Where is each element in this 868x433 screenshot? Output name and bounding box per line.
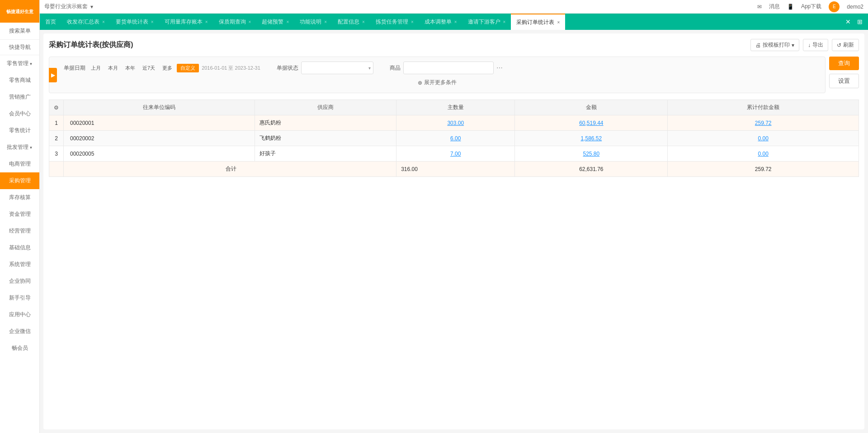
print-button[interactable]: 🖨 按模板打印 ▾ — [750, 39, 799, 51]
tab-invite-downstream[interactable]: 邀请下游客户× — [462, 14, 511, 30]
data-table: ⚙ 往来单位编码 供应商 主数量 金额 累计付款金额 100020001惠氏奶粉… — [49, 100, 859, 177]
tab-home[interactable]: 首页 — [40, 14, 61, 30]
custom-date-tag[interactable]: 自定义 — [177, 64, 199, 72]
status-select-wrapper — [301, 62, 373, 74]
shortcut-7days[interactable]: 近7天 — [140, 64, 158, 72]
sidebar-item-finance[interactable]: 资金管理 — [0, 206, 39, 223]
tab-close-config-info[interactable]: × — [362, 19, 365, 24]
tab-close-pick-task[interactable]: × — [411, 19, 414, 24]
footer-paid: 259.72 — [668, 162, 859, 177]
sidebar-item-ecom[interactable]: 电商管理 — [0, 156, 39, 172]
tab-close-func-desc[interactable]: × — [324, 19, 327, 24]
cell-qty-0[interactable]: 303.00 — [396, 115, 515, 131]
tab-close-invite-downstream[interactable]: × — [503, 19, 506, 24]
cell-supplier-0: 惠氏奶粉 — [255, 115, 396, 131]
cell-paid-1[interactable]: 0.00 — [668, 131, 859, 146]
table-row: 300020005好孩子7.00525.800.00 — [49, 146, 859, 162]
tab-close-warranty[interactable]: × — [249, 19, 251, 24]
app-download-label[interactable]: App下载 — [801, 3, 821, 10]
sidebar-item-member[interactable]: 会员中心 — [0, 105, 39, 122]
cell-qty-1[interactable]: 6.00 — [396, 131, 515, 146]
tabbar-close-all[interactable]: ✕ — [844, 18, 853, 25]
workspace-dropdown-icon[interactable]: ▾ — [90, 4, 93, 10]
tab-cost-adjust[interactable]: 成本调整单× — [419, 14, 462, 30]
expand-button[interactable]: ⊕ 展开更多条件 — [414, 77, 460, 88]
tab-close-cost-adjust[interactable]: × — [454, 19, 457, 24]
tabbar-expand[interactable]: ⊞ — [855, 18, 864, 25]
user-avatar[interactable]: E — [829, 1, 840, 12]
sidebar-item-appstore[interactable]: 应用中心 — [0, 306, 39, 323]
date-filter-group: 单据日期 上月 本月 本年 近7天 更多 自定义 — [64, 64, 260, 72]
cell-amount-1[interactable]: 1,586.52 — [515, 131, 668, 146]
shortcut-more[interactable]: 更多 — [160, 64, 175, 72]
tab-order-stat[interactable]: 要货单统计表× — [110, 14, 159, 30]
status-select[interactable] — [301, 62, 373, 74]
col-settings[interactable]: ⚙ — [49, 100, 64, 115]
status-filter-label: 单据状态 — [277, 64, 298, 72]
sidebar-item-retail-stat[interactable]: 零售统计 — [0, 122, 39, 139]
cell-qty-2[interactable]: 7.00 — [396, 146, 515, 162]
table-container: ⚙ 往来单位编码 供应商 主数量 金额 累计付款金额 100020001惠氏奶粉… — [49, 100, 859, 177]
cell-paid-2[interactable]: 0.00 — [668, 146, 859, 162]
goods-input[interactable] — [403, 62, 494, 74]
tab-overstock[interactable]: 超储预警× — [256, 14, 294, 30]
sidebar-quick-nav[interactable]: 快捷导航 — [0, 40, 39, 55]
tab-close-avail-stock[interactable]: × — [205, 19, 208, 24]
tab-avail-stock[interactable]: 可用量库存账本× — [159, 14, 213, 30]
tab-close-order-stat[interactable]: × — [151, 19, 154, 24]
tab-config-info[interactable]: 配置信息× — [332, 14, 370, 30]
tab-label-invite-downstream: 邀请下游客户 — [468, 18, 500, 26]
filter-area: ▶ 单据日期 上月 本月 本年 近7天 更多 自定义 — [49, 57, 826, 93]
shortcut-this-year[interactable]: 本年 — [123, 64, 138, 72]
sidebar-item-inventory[interactable]: 库存核算 — [0, 189, 39, 206]
col-code: 往来单位编码 — [64, 100, 255, 115]
status-filter-group: 单据状态 — [277, 62, 373, 74]
query-button[interactable]: 查询 — [829, 57, 859, 70]
sidebar-item-purchase[interactable]: 采购管理 — [0, 172, 39, 189]
tab-close-collect-dispatch[interactable]: × — [102, 19, 105, 24]
shortcut-this-month[interactable]: 本月 — [105, 64, 121, 72]
setting-button[interactable]: 设置 — [829, 74, 859, 88]
goods-more-icon[interactable]: ⋯ — [496, 64, 503, 71]
message-icon[interactable]: ✉ — [757, 4, 762, 10]
tab-close-overstock[interactable]: × — [286, 19, 289, 24]
cell-code-1: 00020002 — [64, 131, 255, 146]
cell-amount-2[interactable]: 525.80 — [515, 146, 668, 162]
sidebar-item-guide[interactable]: 新手引导 — [0, 290, 39, 306]
sidebar-item-ops[interactable]: 经营管理 — [0, 223, 39, 239]
tab-close-purchase-stat[interactable]: × — [557, 20, 560, 25]
export-button[interactable]: ↓ 导出 — [803, 39, 828, 51]
sidebar-item-retail-shop[interactable]: 零售商城 — [0, 72, 39, 89]
tab-warranty[interactable]: 保质期查询× — [213, 14, 257, 30]
tab-func-desc[interactable]: 功能说明× — [294, 14, 332, 30]
tab-purchase-stat[interactable]: 采购订单统计表× — [511, 14, 565, 30]
app-download-icon[interactable]: 📱 — [787, 4, 794, 10]
shortcut-last-month[interactable]: 上月 — [88, 64, 104, 72]
sidebar-item-wholesale[interactable]: 批发管理 — [0, 139, 39, 156]
tab-label-collect-dispatch: 收发存汇总表 — [67, 18, 99, 26]
tab-label-avail-stock: 可用量库存账本 — [165, 18, 203, 26]
workspace-label: 母婴行业演示账套 — [44, 3, 88, 10]
sidebar-item-vip[interactable]: 畅会员 — [0, 340, 39, 357]
sidebar-item-corp[interactable]: 企业协同 — [0, 273, 39, 290]
cell-no-0: 1 — [49, 115, 64, 131]
cell-amount-0[interactable]: 60,519.44 — [515, 115, 668, 131]
cell-paid-0[interactable]: 259.72 — [668, 115, 859, 131]
sidebar-search[interactable]: 搜索菜单 — [0, 23, 39, 40]
tab-label-overstock: 超储预警 — [262, 18, 283, 26]
cell-code-0: 00020001 — [64, 115, 255, 131]
message-label[interactable]: 消息 — [769, 3, 780, 10]
username-label[interactable]: demo2 — [847, 4, 863, 10]
filter-toggle[interactable]: ▶ — [49, 68, 57, 82]
app-logo: 畅捷通好生意 — [0, 0, 40, 23]
tab-pick-task[interactable]: 拣货任务管理× — [370, 14, 419, 30]
sidebar-item-retail[interactable]: 零售管理 — [0, 55, 39, 72]
footer-amount: 62,631.76 — [515, 162, 668, 177]
sidebar-item-wxcorp[interactable]: 企业微信 — [0, 323, 39, 340]
sidebar-item-sys[interactable]: 系统管理 — [0, 256, 39, 273]
tab-collect-dispatch[interactable]: 收发存汇总表× — [61, 14, 110, 30]
sidebar-item-base[interactable]: 基础信息 — [0, 239, 39, 256]
refresh-icon: ↺ — [837, 42, 841, 48]
refresh-button[interactable]: ↺ 刷新 — [832, 39, 859, 51]
sidebar-item-marketing[interactable]: 营销推广 — [0, 89, 39, 105]
